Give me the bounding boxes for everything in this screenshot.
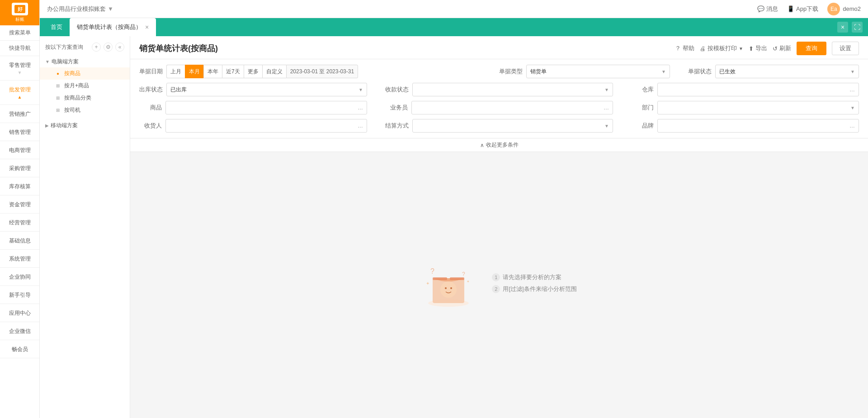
date-btn-last-month[interactable]: 上月 [166, 65, 185, 78]
sidebar-item-sales[interactable]: 销售管理 [0, 123, 39, 141]
setting-scheme-btn[interactable]: ⚙ [104, 43, 113, 52]
date-btn-more[interactable]: 更多 [244, 65, 262, 78]
sidebar-item-member[interactable]: 畅会员 [0, 340, 39, 358]
add-scheme-btn[interactable]: + [92, 43, 101, 52]
active-tab-label: 销货单统计表（按商品） [77, 23, 142, 31]
date-btn-custom[interactable]: 自定义 [262, 65, 286, 78]
sidebar-search-item[interactable]: 搜索菜单 [0, 25, 39, 41]
receiver-dots: … [358, 123, 363, 129]
svg-point-6 [440, 281, 457, 298]
sidebar-item-marketing[interactable]: 营销推广 [0, 105, 39, 123]
staff-select[interactable]: … [411, 101, 613, 114]
sidebar-item-app-center[interactable]: 应用中心 [0, 304, 39, 322]
collapse-icon: ∧ [480, 142, 484, 148]
help-btn[interactable]: ？ 帮助 [675, 44, 694, 52]
settings-button[interactable]: 设置 [832, 42, 859, 55]
app-download-btn[interactable]: 📱 App下载 [787, 5, 818, 13]
tab-home[interactable]: 首页 [43, 18, 70, 36]
mobile-section-arrow: ▶ [45, 123, 49, 128]
status-value: 已生效 [719, 68, 736, 76]
sidebar-item-operation[interactable]: 经营管理 [0, 214, 39, 232]
sidebar-item-ecommerce[interactable]: 电商管理 [0, 141, 39, 159]
dept-select[interactable]: ▼ [657, 101, 859, 114]
content-area: 按以下方案查询 + ⚙ « ▼ 电脑端方案 ● 按商品 ⊞ 按月+商品 [40, 36, 868, 418]
by-product-label: 按商品 [64, 70, 80, 77]
tabbar-expand-btn[interactable]: ⛶ [852, 22, 863, 33]
left-panel-header: 按以下方案查询 + ⚙ « [40, 40, 130, 54]
collapse-panel-btn[interactable]: « [115, 43, 124, 52]
stock-out-select[interactable]: 已出库 ▼ [166, 83, 367, 96]
svg-text:✦: ✦ [426, 281, 429, 286]
export-btn[interactable]: ⬆ 导出 [749, 44, 767, 52]
app-download-label: App下载 [796, 5, 818, 13]
sidebar-item-enterprise[interactable]: 企业协同 [0, 268, 39, 286]
sidebar-item-purchase[interactable]: 采购管理 [0, 159, 39, 177]
date-btn-this-month[interactable]: 本月 [185, 65, 203, 78]
dropdown-arrow-icon[interactable]: ▼ [108, 5, 113, 12]
export-label: 导出 [755, 44, 767, 52]
sidebar-item-system[interactable]: 系统管理 [0, 250, 39, 268]
logo-icon: 好 [12, 3, 28, 15]
warehouse-select[interactable]: … [657, 83, 859, 96]
panel-item-by-month-product[interactable]: ⊞ 按月+商品 [40, 80, 130, 92]
panel-item-by-product[interactable]: ● 按商品 [40, 67, 130, 80]
left-panel: 按以下方案查询 + ⚙ « ▼ 电脑端方案 ● 按商品 ⊞ 按月+商品 [40, 36, 130, 418]
sidebar-quick-nav-item[interactable]: 快捷导航 [0, 41, 39, 56]
dept-label: 部门 [631, 104, 654, 112]
refresh-icon: ↺ [773, 45, 778, 52]
export-icon: ⬆ [749, 45, 754, 52]
user-menu-btn[interactable]: Ea demo2 [827, 3, 861, 15]
status-select[interactable]: 已生效 ▼ [715, 65, 859, 78]
panel-item-by-cashier[interactable]: ⊞ 按司机 [40, 104, 130, 116]
empty-illustration: ? ? ✦ ✦ [421, 260, 476, 310]
date-label: 单据日期 [139, 67, 163, 76]
mobile-section-header[interactable]: ▶ 移动端方案 [40, 120, 130, 131]
sidebar-item-basic[interactable]: 基础信息 [0, 232, 39, 250]
avatar: Ea [827, 3, 840, 15]
print-btn[interactable]: 🖨 按模板打印 ▼ [700, 44, 743, 52]
query-button[interactable]: 查询 [797, 42, 826, 55]
svg-point-7 [445, 287, 447, 289]
stock-out-label: 出库状态 [139, 86, 163, 94]
home-tab-label: 首页 [51, 23, 62, 31]
empty-wrapper: ? ? ✦ ✦ 1 请先选择要分析的方案 [421, 260, 576, 310]
main-area: 办公用品行业模拟账套 ▼ 💬 消息 📱 App下载 Ea demo2 首页 [40, 0, 868, 418]
collapse-more-btn[interactable]: ∧ 收起更多条件 [130, 138, 868, 152]
settlement-select[interactable]: ▼ [412, 119, 613, 133]
stock-out-value: 已出库 [170, 86, 187, 94]
sidebar-item-wholesale[interactable]: 批发管理 ▲ [0, 81, 39, 105]
sidebar-item-finance[interactable]: 资金管理 [0, 195, 39, 214]
svg-text:?: ? [430, 267, 434, 275]
message-btn[interactable]: 💬 消息 [757, 5, 778, 13]
product-dots: … [358, 104, 363, 111]
date-btn-7days[interactable]: 近7天 [222, 65, 244, 78]
by-month-product-icon: ⊞ [54, 82, 61, 90]
purchase-label: 采购管理 [0, 165, 39, 172]
receipt-arrow-icon: ▼ [604, 87, 609, 92]
sidebar-item-retail[interactable]: 零售管理 ▼ [0, 56, 39, 81]
tab-active[interactable]: 销货单统计表（按商品） × [70, 18, 156, 36]
by-category-icon: ⊞ [54, 95, 61, 102]
date-btn-this-year[interactable]: 本年 [203, 65, 222, 78]
date-group: 上月 本月 本年 近7天 更多 自定义 2023-03-01 至 2023-03… [166, 65, 481, 78]
brand-select[interactable]: … [657, 119, 859, 133]
tabbar-close-btn[interactable]: × [837, 22, 848, 33]
print-label: 按模板打印 [708, 44, 737, 52]
type-select[interactable]: 销货单 ▼ [526, 65, 670, 78]
collapse-label: 收起更多条件 [486, 141, 519, 149]
sidebar-item-guide[interactable]: 新手引导 [0, 286, 39, 304]
by-cashier-icon: ⊞ [54, 107, 61, 114]
panel-item-by-category[interactable]: ⊞ 按商品分类 [40, 92, 130, 104]
member-label: 畅会员 [0, 346, 39, 353]
sidebar-item-inventory[interactable]: 库存核算 [0, 177, 39, 195]
receiver-label: 收货人 [139, 122, 162, 130]
receiver-select[interactable]: … [165, 119, 367, 133]
receipt-select[interactable]: ▼ [412, 83, 613, 96]
inventory-label: 库存核算 [0, 183, 39, 190]
pc-section-header[interactable]: ▼ 电脑端方案 [40, 56, 130, 67]
sidebar-item-wechat[interactable]: 企业微信 [0, 322, 39, 340]
page-title: 销货单统计表(按商品) [139, 43, 218, 54]
product-select[interactable]: … [165, 101, 367, 114]
refresh-btn[interactable]: ↺ 刷新 [773, 44, 791, 52]
tab-close-icon[interactable]: × [145, 24, 149, 30]
